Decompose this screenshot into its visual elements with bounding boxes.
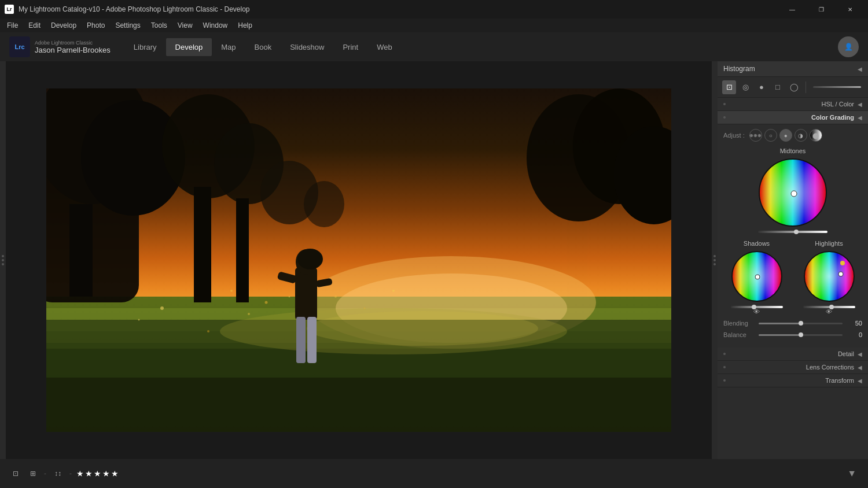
nav-develop[interactable]: Develop: [166, 38, 212, 56]
menu-item-edit[interactable]: Edit: [24, 20, 45, 31]
radial-filter-tool[interactable]: ◯: [787, 80, 801, 94]
svg-rect-27: [295, 268, 317, 320]
star-2[interactable]: ★: [85, 469, 93, 478]
balance-slider-fill: [759, 334, 801, 336]
shadows-luminance-slider[interactable]: [731, 306, 783, 308]
panel-indicator: [723, 379, 726, 382]
histogram-label: Histogram: [723, 65, 755, 73]
photo-area: ~ Jp: [6, 61, 712, 459]
adjust-shadows-btn[interactable]: ◑: [795, 129, 807, 142]
adjust-all-btn[interactable]: ⊕⊕⊕: [749, 129, 762, 142]
photo-svg: ~ Jp: [46, 88, 671, 432]
panel-indicator: [723, 366, 726, 368]
close-button[interactable]: ✕: [837, 0, 863, 19]
menu-item-tools[interactable]: Tools: [146, 20, 172, 31]
collapse-dot: [2, 255, 4, 257]
view-mode-grid[interactable]: ⊞: [27, 467, 39, 480]
minimize-button[interactable]: —: [779, 0, 806, 19]
midtones-label: Midtones: [780, 147, 806, 154]
highlights-wheel-item: Highlights: [796, 240, 862, 315]
app-icon: Lr: [5, 5, 14, 14]
nav-slideshow[interactable]: Slideshow: [281, 38, 333, 56]
graduated-filter-tool[interactable]: □: [771, 80, 785, 94]
menu-item-view[interactable]: View: [173, 20, 197, 31]
hsl-panel-header[interactable]: HSL / Color ◀: [718, 98, 868, 111]
redeye-tool[interactable]: ●: [755, 80, 768, 94]
highlights-luminance-thumb[interactable]: [829, 305, 834, 309]
svg-point-42: [392, 290, 395, 292]
view-mode-normal[interactable]: ⊡: [9, 467, 22, 480]
collapse-dot: [713, 259, 716, 261]
nav-web[interactable]: Web: [367, 38, 402, 56]
separator1: -: [44, 469, 46, 478]
restore-button[interactable]: ❐: [808, 0, 834, 19]
collapse-dot: [713, 255, 716, 257]
titlebar-controls[interactable]: — ❐ ✕: [779, 0, 863, 19]
star-3[interactable]: ★: [94, 469, 101, 478]
transform-label: Transform: [729, 377, 854, 384]
highlights-color-wheel[interactable]: [803, 250, 855, 302]
right-panel-left-collapse[interactable]: [712, 61, 718, 459]
filmstrip-expand-arrow[interactable]: ▼: [845, 466, 859, 481]
svg-point-51: [791, 191, 797, 197]
star-1[interactable]: ★: [76, 469, 84, 478]
lens-corrections-panel-header[interactable]: Lens Corrections ◀: [718, 361, 868, 374]
collapse-dot: [2, 263, 4, 265]
midtones-luminance-thumb[interactable]: [794, 230, 799, 234]
histogram-collapse-icon: ◀: [858, 66, 862, 72]
menu-item-photo[interactable]: Photo: [82, 20, 109, 31]
menu-item-window[interactable]: Window: [198, 20, 233, 31]
highlights-luminance-slider[interactable]: [803, 306, 855, 308]
color-grading-panel-header[interactable]: Color Grading ◀: [718, 111, 868, 124]
adjust-bw-btn[interactable]: ⬤: [810, 129, 822, 142]
balance-slider-row: Balance 0: [723, 331, 862, 338]
lrc-badge: Lrc: [9, 36, 30, 57]
blending-slider-track[interactable]: [759, 323, 843, 324]
left-panel-collapse[interactable]: [0, 61, 6, 459]
crop-tool[interactable]: ⊡: [722, 80, 736, 94]
tool-divider: [806, 82, 806, 93]
midtones-color-wheel[interactable]: [758, 158, 827, 227]
blending-slider-thumb[interactable]: [799, 321, 803, 326]
shadows-wheel-item: Shadows: [723, 240, 790, 315]
svg-rect-13: [236, 198, 249, 302]
balance-slider-track[interactable]: [759, 334, 843, 336]
star-4[interactable]: ★: [102, 469, 110, 478]
balance-slider-thumb[interactable]: [799, 332, 803, 337]
nav-print[interactable]: Print: [333, 38, 367, 56]
panel-indicator: [723, 103, 726, 105]
menu-item-file[interactable]: File: [2, 20, 23, 31]
healing-tool[interactable]: ◎: [738, 80, 752, 94]
right-panel: Histogram ◀ ⊡ ◎ ● □ ◯ HSL / Color ◀ Colo…: [718, 61, 868, 459]
shadows-color-wheel[interactable]: [731, 250, 783, 302]
nav-library[interactable]: Library: [124, 38, 166, 56]
user-avatar[interactable]: 👤: [838, 36, 859, 57]
nav-map[interactable]: Map: [212, 38, 245, 56]
midtones-luminance-slider[interactable]: [758, 231, 827, 233]
star-5[interactable]: ★: [111, 469, 119, 478]
detail-panel-header[interactable]: Detail ◀: [718, 347, 868, 361]
color-grading-collapse-icon: ◀: [858, 114, 862, 121]
shadows-luminance-thumb[interactable]: [752, 305, 756, 309]
blending-value: 50: [846, 320, 862, 327]
shadows-highlights-row: Shadows: [723, 240, 862, 315]
menu-item-settings[interactable]: Settings: [111, 20, 145, 31]
topnav: Lrc Adobe Lightroom Classic Jason Parnel…: [0, 32, 868, 61]
menu-item-help[interactable]: Help: [233, 20, 257, 31]
histogram-header[interactable]: Histogram ◀: [718, 61, 868, 77]
sort-options[interactable]: ↕↕: [51, 467, 65, 480]
collapse-dot: [713, 263, 716, 265]
nav-book[interactable]: Book: [245, 38, 281, 56]
menu-item-develop[interactable]: Develop: [46, 20, 81, 31]
svg-point-45: [457, 290, 458, 292]
rating-stars[interactable]: ★ ★ ★ ★ ★: [76, 469, 119, 478]
svg-point-43: [248, 313, 250, 315]
transform-panel-header[interactable]: Transform ◀: [718, 374, 868, 387]
hsl-label: HSL / Color: [729, 101, 854, 108]
adjust-midtones-btn[interactable]: ●: [779, 129, 792, 142]
blending-slider-row: Blending 50: [723, 320, 862, 327]
adjust-highlights-btn[interactable]: ○: [764, 129, 777, 142]
svg-point-61: [838, 272, 843, 276]
logo-line2: Jason Parnell-Brookes: [35, 46, 111, 54]
titlebar: Lr My Lightroom Catalog-v10 - Adobe Phot…: [0, 0, 868, 19]
